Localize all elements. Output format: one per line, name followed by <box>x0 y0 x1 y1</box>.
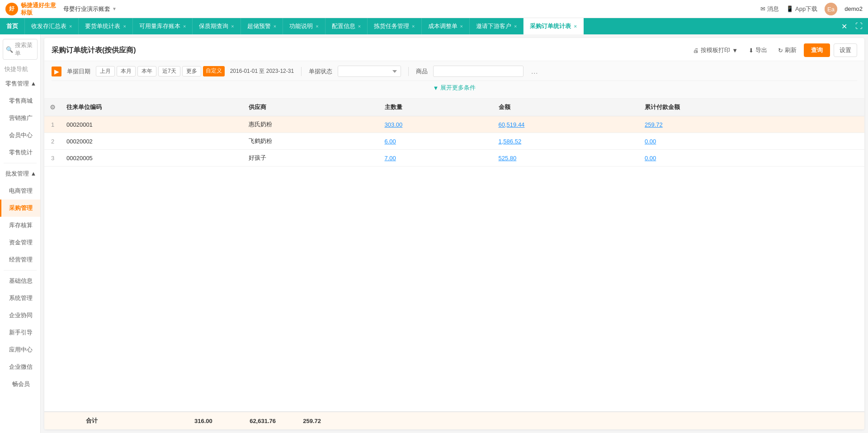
sidebar-item-operation[interactable]: 经营管理 <box>0 251 40 268</box>
status-select[interactable] <box>338 66 401 77</box>
tab-chengben[interactable]: 成本调整单 × <box>422 18 470 34</box>
th-settings: ⚙ <box>44 99 61 116</box>
close-icon[interactable]: × <box>274 24 276 29</box>
tab-peizhi[interactable]: 配置信息 × <box>326 18 368 34</box>
this-year-button[interactable]: 本年 <box>137 66 156 76</box>
sidebar-item-ecommerce[interactable]: 电商管理 <box>0 182 40 200</box>
page-header: 采购订单统计表(按供应商) 🖨 按模板打印 ▼ ⬇ 导出 ↻ 刷新 <box>44 38 864 61</box>
sidebar-item-enterprise[interactable]: 企业协同 <box>0 307 40 324</box>
sidebar-item-retail-mall[interactable]: 零售商城 <box>0 92 40 109</box>
export-button[interactable]: ⬇ 导出 <box>745 44 771 56</box>
this-month-button[interactable]: 本月 <box>117 66 136 76</box>
print-button[interactable]: 🖨 按模板打印 ▼ <box>689 44 741 56</box>
filter-toggle-button[interactable]: ▶ <box>52 67 61 76</box>
top-bar: 好 畅捷通好生意 标版 母婴行业演示账套 ▼ ✉ 消息 📱 App下载 Ea d… <box>0 0 868 18</box>
cell-extra <box>821 133 864 150</box>
nav-tab-actions: ✕ ⛶ <box>838 20 868 33</box>
goods-more-button[interactable]: … <box>529 67 540 76</box>
close-icon[interactable]: × <box>69 24 72 29</box>
filter-row: ▶ 单据日期 上月 本月 本年 近7天 更多 自定义 2016-01-01 至 … <box>52 66 857 77</box>
tab-shoufacun[interactable]: 收发存汇总表 × <box>25 18 79 34</box>
page-content: 采购订单统计表(按供应商) 🖨 按模板打印 ▼ ⬇ 导出 ↻ 刷新 <box>44 38 864 429</box>
status-filter-label: 单据状态 <box>309 67 332 76</box>
sidebar-nav-shortcut[interactable]: 快捷导航 <box>0 62 40 75</box>
message-button[interactable]: ✉ 消息 <box>760 5 779 13</box>
sidebar-item-retail-stats[interactable]: 零售统计 <box>0 144 40 161</box>
expand-more-button[interactable]: ▼ 展开更多条件 <box>433 84 476 92</box>
main-layout: 🔍 搜索菜单 快捷导航 零售管理 ▲ 零售商城 营销推广 会员中心 零售统计 批… <box>0 34 868 433</box>
cell-supplier: 飞鹤奶粉 <box>243 133 379 150</box>
sidebar-item-marketing[interactable]: 营销推广 <box>0 109 40 127</box>
tab-close-all-icon[interactable]: ✕ <box>838 20 851 33</box>
tab-chaochuyujing[interactable]: 超储预警 × <box>241 18 283 34</box>
tab-home[interactable]: 首页 <box>0 18 25 34</box>
printer-icon: 🖨 <box>693 47 699 54</box>
workspace-selector[interactable]: 母婴行业演示账套 ▼ <box>60 5 120 13</box>
tab-yaohuo[interactable]: 要货单统计表 × <box>79 18 132 34</box>
last-month-button[interactable]: 上月 <box>96 66 115 76</box>
row-num: 2 <box>44 133 61 150</box>
close-icon[interactable]: × <box>574 24 576 29</box>
close-icon[interactable]: × <box>231 24 234 29</box>
cell-extra <box>821 150 864 167</box>
filter-divider2 <box>408 67 409 76</box>
table-row[interactable]: 2 00020002 飞鹤奶粉 6.00 1,586.52 0.00 <box>44 133 864 150</box>
gear-icon[interactable]: ⚙ <box>50 104 56 111</box>
close-icon[interactable]: × <box>514 24 517 29</box>
close-icon[interactable]: × <box>123 24 126 29</box>
cell-amount: 1,586.52 <box>493 133 639 150</box>
app-download-button[interactable]: 📱 App下载 <box>786 5 817 13</box>
sidebar-item-member[interactable]: 会员中心 <box>0 127 40 144</box>
date-filter-label: 单据日期 <box>67 67 90 76</box>
tab-keyongliang[interactable]: 可用量库存账本 × <box>133 18 193 34</box>
tab-yaoqing[interactable]: 邀请下游客户 × <box>470 18 524 34</box>
sidebar-item-retail-mgmt[interactable]: 零售管理 ▲ <box>0 75 40 92</box>
last-7days-button[interactable]: 近7天 <box>158 66 180 76</box>
sidebar-item-basic-info[interactable]: 基础信息 <box>0 272 40 290</box>
expand-down-icon: ▼ <box>433 85 439 91</box>
sidebar-item-newbie[interactable]: 新手引导 <box>0 324 40 341</box>
sidebar-item-wholesale[interactable]: 批发管理 ▲ <box>0 165 40 182</box>
refresh-button[interactable]: ↻ 刷新 <box>774 44 800 56</box>
close-icon[interactable]: × <box>183 24 186 29</box>
filter-divider <box>301 67 302 76</box>
close-icon[interactable]: × <box>358 24 361 29</box>
expand-icon: ▲ <box>30 170 36 177</box>
close-icon[interactable]: × <box>460 24 463 29</box>
search-icon: 🔍 <box>6 46 13 53</box>
data-table: ⚙ 往来单位编码 供应商 主数量 金额 累计付款金额 1 <box>44 99 864 167</box>
close-icon[interactable]: × <box>412 24 415 29</box>
sidebar-item-member2[interactable]: 畅会员 <box>0 376 40 393</box>
sidebar-item-wechat[interactable]: 企业微信 <box>0 358 40 376</box>
search-button[interactable]: 🔍 搜索菜单 <box>3 39 38 60</box>
sidebar-item-purchase[interactable]: 采购管理 <box>0 200 40 217</box>
tab-gongneng[interactable]: 功能说明 × <box>283 18 325 34</box>
top-bar-right: ✉ 消息 📱 App下载 Ea demo2 <box>760 3 863 15</box>
th-amount: 金额 <box>493 99 639 116</box>
sidebar-item-finance[interactable]: 资金管理 <box>0 234 40 251</box>
settings-button[interactable]: 设置 <box>834 43 857 57</box>
message-icon: ✉ <box>760 5 765 12</box>
more-date-button[interactable]: 更多 <box>182 66 201 76</box>
sidebar-item-system[interactable]: 系统管理 <box>0 290 40 307</box>
expand-icon: ▲ <box>30 80 36 87</box>
total-label: 合计 <box>63 417 194 425</box>
user-name[interactable]: demo2 <box>844 5 863 12</box>
cell-supplier: 惠氏奶粉 <box>243 116 379 133</box>
tab-jianhuo[interactable]: 拣货任务管理 × <box>368 18 421 34</box>
total-row: 合计 316.00 62,631.76 259.72 <box>44 412 864 429</box>
query-button[interactable]: 查询 <box>804 43 830 57</box>
table-row[interactable]: 1 00020001 惠氏奶粉 303.00 60,519.44 259.72 <box>44 116 864 133</box>
sidebar-item-app-center[interactable]: 应用中心 <box>0 341 40 358</box>
tab-baozhi[interactable]: 保质期查询 × <box>193 18 241 34</box>
table-header-row: ⚙ 往来单位编码 供应商 主数量 金额 累计付款金额 <box>44 99 864 116</box>
goods-input[interactable] <box>433 66 524 77</box>
close-icon[interactable]: × <box>316 24 318 29</box>
tab-maximize-icon[interactable]: ⛶ <box>852 20 866 32</box>
sidebar-item-inventory[interactable]: 库存核算 <box>0 217 40 234</box>
phone-icon: 📱 <box>786 5 793 12</box>
sidebar-divider <box>4 163 37 163</box>
tab-caigou-active[interactable]: 采购订单统计表 × <box>524 18 583 34</box>
avatar: Ea <box>825 3 837 15</box>
table-row[interactable]: 3 00020005 好孩子 7.00 525.80 0.00 <box>44 150 864 167</box>
